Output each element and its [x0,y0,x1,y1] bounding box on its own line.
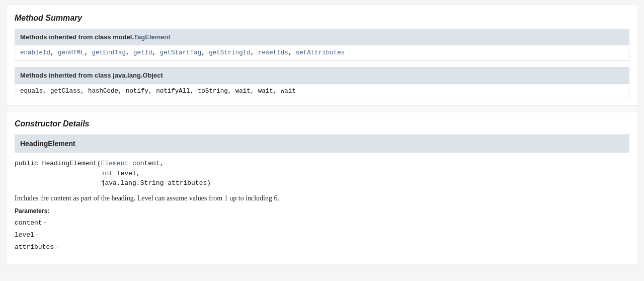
inherited-header-class-link[interactable]: TagElement [134,33,171,41]
inherited-methods-container: Methods inherited from class model.TagEl… [15,29,629,99]
inherited-method-link[interactable]: getStartTag [160,49,202,56]
constructor-name: HeadingElement [15,134,629,153]
inherited-block: Methods inherited from class java.lang.O… [15,67,629,99]
constructor-description: Includes the content as part of the head… [15,194,629,202]
inherited-method-link[interactable]: getStringId [209,49,251,56]
parameter-dash: - [34,231,38,238]
inherited-method: wait [281,88,296,95]
inherited-method-link[interactable]: getId [133,49,152,56]
separator: , [85,49,92,56]
separator: , [152,49,160,56]
method-summary-heading: Method Summary [15,14,629,23]
parameter-row: attributes - [15,243,629,251]
separator: , [201,49,209,56]
parameter-row: content - [15,219,629,227]
inherited-method-link[interactable]: setAttributes [296,49,345,56]
inherited-method: notifyAll [156,88,190,95]
inherited-method: notify [126,88,148,95]
separator: , [148,88,156,95]
inherited-block-header: Methods inherited from class model.TagEl… [15,29,629,45]
separator: , [126,49,133,56]
parameter-row: level - [15,231,629,239]
inherited-block-body: enableId, genHTML, getEndTag, getId, get… [15,45,629,60]
separator: , [228,88,235,95]
inherited-method: wait [258,88,273,95]
separator: , [190,88,198,95]
signature-param1-rest: content, [128,160,164,167]
inherited-method: wait [235,88,251,95]
signature-line2: int level, [15,170,140,177]
parameter-dash: - [54,243,58,250]
section-divider [7,105,637,112]
javadoc-page: Method Summary Methods inherited from cl… [6,4,638,264]
separator: , [273,88,281,95]
separator: , [288,49,296,56]
parameter-dash: - [42,219,46,226]
inherited-method-link[interactable]: genHTML [58,49,85,56]
parameters-label: Parameters: [15,207,629,215]
parameter-name: attributes [15,243,54,251]
separator: , [251,88,258,95]
inherited-method-link[interactable]: getEndTag [92,49,126,56]
inherited-block-body: equals, getClass, hashCode, notify, noti… [15,84,629,99]
signature-prefix: public HeadingElement( [15,160,101,167]
separator: , [50,49,58,56]
separator: , [251,49,258,56]
signature-line3: java.lang.String attributes) [15,179,211,187]
inherited-header-prefix: Methods inherited from class model. [20,33,134,41]
separator: , [80,88,88,95]
inherited-method-link[interactable]: enableId [20,49,50,56]
parameter-name: content [15,219,42,227]
inherited-method-link[interactable]: resetIds [258,49,288,56]
inherited-block-header: Methods inherited from class java.lang.O… [15,67,629,84]
signature-param-type-link[interactable]: Element [101,160,129,167]
inherited-method: toString [198,88,228,95]
separator: , [118,88,126,95]
constructor-signature: public HeadingElement(Element content, i… [15,159,629,188]
parameters-container: content - level - attributes - [15,219,629,251]
inherited-header-prefix: Methods inherited from class java.lang.O… [20,72,163,79]
parameter-name: level [15,231,34,239]
inherited-method: getClass [50,88,80,95]
inherited-method: equals [20,88,43,95]
inherited-method: hashCode [88,88,118,95]
inherited-block: Methods inherited from class model.TagEl… [15,29,629,61]
separator: , [43,88,50,95]
constructor-details-heading: Constructor Details [15,119,629,128]
